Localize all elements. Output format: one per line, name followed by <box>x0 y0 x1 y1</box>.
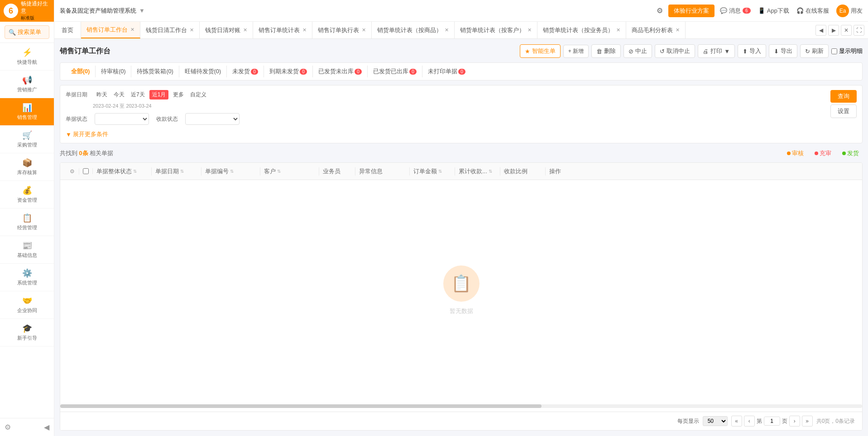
th-sort-customer[interactable]: ⇅ <box>277 169 281 174</box>
deliver-button[interactable]: 发货 <box>839 148 863 159</box>
date-opt-yesterday[interactable]: 昨天 <box>95 90 109 100</box>
solution-button[interactable]: 体验行业方案 <box>668 5 715 17</box>
page-next-button[interactable]: › <box>789 416 800 427</box>
filter-tab-shipped-not-out[interactable]: 已发货未出库0 <box>313 66 368 77</box>
date-opt-today[interactable]: 今天 <box>112 90 126 100</box>
tab-close-sales-summary-staff[interactable]: ✕ <box>616 27 620 33</box>
add-button[interactable]: + 新增 <box>563 45 589 58</box>
summary-text: 共找到 0条 相关单据 <box>60 149 113 157</box>
refresh-button[interactable]: ↻ 刷新 <box>800 44 829 58</box>
sidebar-item-collab[interactable]: 🤝 企业协同 <box>0 291 54 319</box>
sidebar-item-purchase[interactable]: 🛒 采购管理 <box>0 126 54 153</box>
import-button[interactable]: ⬆ 导入 <box>738 44 766 58</box>
sidebar-item-system[interactable]: ⚙️ 系统管理 <box>0 264 54 291</box>
query-button[interactable]: 查询 <box>830 90 857 103</box>
filter-tab-wangpu[interactable]: 旺铺待发货(0) <box>179 66 227 77</box>
review-button[interactable]: 审核 <box>783 148 807 159</box>
tab-close-cash-reconcile[interactable]: ✕ <box>243 27 247 33</box>
sidebar-item-inventory[interactable]: 📦 库存核算 <box>0 153 54 181</box>
tab-product-margin[interactable]: 商品毛利分析表 ✕ <box>626 22 686 38</box>
tab-next-arrow[interactable]: ▶ <box>828 25 839 36</box>
pause-button[interactable]: ⊘ 中止 <box>623 44 652 58</box>
sidebar-item-marketing[interactable]: 📢 营销推广 <box>0 71 54 98</box>
scrollbar-thumb[interactable] <box>60 404 542 408</box>
sidebar-item-guide[interactable]: 🎓 新手引导 <box>0 319 54 346</box>
search-menu-button[interactable]: 🔍 搜索菜单 <box>5 25 49 39</box>
show-detail-checkbox[interactable] <box>831 48 837 54</box>
tab-close-sales-summary-product[interactable]: ✕ <box>445 27 449 33</box>
tab-close-cash-daily[interactable]: ✕ <box>190 27 194 33</box>
tab-sales-summary-staff[interactable]: 销货单统计表（按业务员） ✕ <box>537 22 626 38</box>
th-settings[interactable]: ⚙ <box>66 168 79 175</box>
filter-tab-shipped-out[interactable]: 已发货已出库0 <box>368 66 422 77</box>
tab-cash-reconcile[interactable]: 钱货日清对账 ✕ <box>200 22 253 38</box>
th-sort-status[interactable]: ⇅ <box>133 169 137 174</box>
th-sort-collect[interactable]: ⇅ <box>489 169 492 174</box>
date-opt-more[interactable]: 更多 <box>171 90 186 100</box>
smart-generate-button[interactable]: ★ 智能生单 <box>520 44 561 58</box>
online-service-button[interactable]: 🎧 在线客服 <box>796 7 829 15</box>
expand-conditions-button[interactable]: ▼ 展开更多条件 <box>66 130 857 138</box>
date-opt-custom[interactable]: 自定义 <box>188 90 208 100</box>
tab-sales-stats[interactable]: 销售订单统计表 ✕ <box>253 22 312 38</box>
tab-controls: ◀ ▶ ✕ ⛶ <box>812 25 868 36</box>
user-menu-button[interactable]: Ea 用友 <box>836 5 863 17</box>
th-sort-date[interactable]: ⇅ <box>180 169 184 174</box>
guide-icon: 🎓 <box>22 323 32 333</box>
cancel-review-button[interactable]: 充审 <box>811 148 835 159</box>
cancel-pause-button[interactable]: ↺ 取消中止 <box>655 44 695 58</box>
collapse-icon[interactable]: ◀ <box>44 423 49 431</box>
sidebar-item-quick-nav[interactable]: ⚡ 快捷导航 <box>0 43 54 71</box>
sidebar-item-operations[interactable]: 📋 经营管理 <box>0 209 54 236</box>
messages-button[interactable]: 💬 消息 6 <box>720 7 751 15</box>
filter-tab-all[interactable]: 全部(0) <box>66 66 96 77</box>
tab-close-all[interactable]: ✕ <box>841 25 852 36</box>
page-number-input[interactable] <box>764 417 780 426</box>
page-first-button[interactable]: « <box>731 416 742 427</box>
show-detail-toggle[interactable]: 显示明细 <box>831 47 863 55</box>
filter-tab-not-printed[interactable]: 未打印单据0 <box>422 66 471 77</box>
tab-close-sales-stats[interactable]: ✕ <box>302 27 307 33</box>
page-last-button[interactable]: » <box>802 416 813 427</box>
print-button[interactable]: 🖨 打印 ▼ <box>698 44 735 58</box>
page-size-select[interactable]: 50 10 20 100 <box>703 416 728 426</box>
tab-close-sales-workbench[interactable]: ✕ <box>130 27 134 33</box>
th-checkbox[interactable] <box>79 168 93 174</box>
filter-tab-pending-inspect[interactable]: 待拣货装箱(0) <box>131 66 179 77</box>
tab-close-sales-summary-customer[interactable]: ✕ <box>528 27 532 33</box>
payment-select[interactable] <box>185 113 240 125</box>
th-collect: 累计收款... ⇅ <box>455 167 500 175</box>
tab-close-sales-exec[interactable]: ✕ <box>362 27 366 33</box>
app-download-button[interactable]: 📱 App下载 <box>758 7 789 15</box>
tab-cash-daily[interactable]: 钱货日清工作台 ✕ <box>140 22 200 38</box>
tab-sales-summary-product[interactable]: 销货单统计表（按商品） ✕ <box>372 22 455 38</box>
settings-icon[interactable]: ⚙ <box>5 423 11 431</box>
horizontal-scrollbar[interactable] <box>60 404 862 408</box>
date-opt-1month[interactable]: 近1月 <box>149 90 169 100</box>
tab-sales-workbench[interactable]: 销售订单工作台 ✕ <box>81 22 140 38</box>
filter-tab-pending-review[interactable]: 待审核(0) <box>96 66 131 77</box>
tab-sales-summary-customer[interactable]: 销货单统计表（按客户） ✕ <box>455 22 537 38</box>
gear-icon[interactable]: ⚙ <box>657 6 663 15</box>
page-prev-button[interactable]: ‹ <box>744 416 755 427</box>
filter-tab-not-shipped[interactable]: 未发货0 <box>227 66 264 77</box>
select-all-checkbox[interactable] <box>83 168 89 174</box>
tab-sales-exec[interactable]: 销售订单执行表 ✕ <box>312 22 372 38</box>
filter-tab-expired[interactable]: 到期未发货0 <box>264 66 313 77</box>
date-opt-7days[interactable]: 近7天 <box>129 90 147 100</box>
status-select[interactable] <box>95 113 149 125</box>
basic-icon: 📰 <box>22 241 32 251</box>
th-sort-amount[interactable]: ⇅ <box>438 169 442 174</box>
tab-close-product-margin[interactable]: ✕ <box>676 27 680 33</box>
setting-button[interactable]: 设置 <box>830 104 857 118</box>
sidebar-item-basic[interactable]: 📰 基础信息 <box>0 236 54 264</box>
main-area: 装备及固定资产辅助管理系统 ▼ ⚙ 体验行业方案 💬 消息 6 📱 App下载 … <box>54 0 868 436</box>
tab-home[interactable]: 首页 <box>54 22 81 38</box>
tab-prev-arrow[interactable]: ◀ <box>815 25 826 36</box>
sidebar-item-sales[interactable]: 📊 销售管理 <box>0 98 54 126</box>
th-sort-number[interactable]: ⇅ <box>230 169 234 174</box>
tab-fullscreen[interactable]: ⛶ <box>854 25 864 36</box>
sidebar-item-finance[interactable]: 💰 资金管理 <box>0 181 54 209</box>
export-button[interactable]: ⬇ 导出 <box>769 44 797 58</box>
delete-button[interactable]: 🗑 删除 <box>591 44 621 58</box>
